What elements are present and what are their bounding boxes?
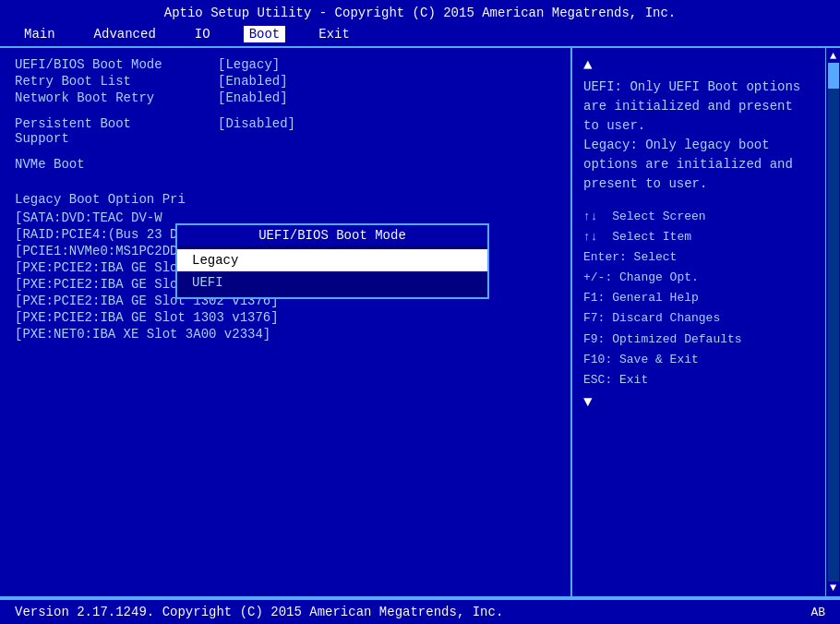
left-panel: UEFI/BIOS Boot Mode [Legacy] Retry Boot … (0, 48, 572, 596)
setting-value-uefi-bios: [Legacy] (218, 57, 280, 72)
shortcut-f10: F10: Save & Exit (583, 350, 816, 370)
nav-item-io[interactable]: IO (189, 26, 216, 42)
scrollbar[interactable]: ▲ ▼ (825, 48, 840, 596)
setting-label-network: Network Boot Retry (15, 90, 218, 105)
setting-row-network[interactable]: Network Boot Retry [Enabled] (15, 90, 561, 105)
title-bar: Aptio Setup Utility - Copyright (C) 2015… (0, 0, 840, 24)
scroll-track (828, 63, 839, 582)
boot-list-header: Legacy Boot Option Pri (15, 192, 561, 207)
setting-label-nvme: NVMe Boot (15, 157, 218, 172)
right-panel: ▲ UEFI: Only UEFI Boot options are initi… (572, 48, 825, 596)
nav-item-exit[interactable]: Exit (313, 26, 355, 42)
footer-badge: AB (810, 606, 825, 619)
footer: Version 2.17.1249. Copyright (C) 2015 Am… (0, 598, 840, 624)
main-content: UEFI/BIOS Boot Mode [Legacy] Retry Boot … (0, 46, 840, 598)
setting-value-retry: [Enabled] (218, 74, 288, 89)
dropdown-body: Legacy UEFI (175, 246, 489, 299)
setting-row-uefi-bios[interactable]: UEFI/BIOS Boot Mode [Legacy] (15, 57, 561, 72)
dropdown-title-text: UEFI/BIOS Boot Mode (258, 228, 406, 243)
nav-item-boot[interactable]: Boot (244, 26, 286, 42)
shortcut-f9: F9: Optimized Defaults (583, 330, 816, 350)
setting-value-persistent: [Disabled] (218, 116, 295, 146)
scroll-up-arrow[interactable]: ▲ (830, 50, 836, 63)
scroll-up-indicator: ▲ (583, 57, 816, 74)
setting-row-nvme[interactable]: NVMe Boot (15, 157, 561, 172)
setting-label-persistent: Persistent BootSupport (15, 116, 218, 146)
nav-item-advanced[interactable]: Advanced (89, 26, 162, 42)
dropdown-overlay: UEFI/BIOS Boot Mode Legacy UEFI (175, 223, 489, 299)
setting-label-retry: Retry Boot List (15, 74, 218, 89)
help-text: UEFI: Only UEFI Boot options are initial… (583, 78, 816, 194)
shortcuts: ↑↓ Select Screen ↑↓ Select Item Enter: S… (583, 207, 816, 390)
scroll-down-arrow[interactable]: ▼ (830, 582, 836, 594)
shortcut-f1: F1: General Help (583, 288, 816, 308)
shortcut-esc: ESC: Exit (583, 370, 816, 390)
dropdown-item-uefi[interactable]: UEFI (177, 271, 487, 294)
bios-screen: Aptio Setup Utility - Copyright (C) 2015… (0, 0, 840, 624)
title-text: Aptio Setup Utility - Copyright (C) 2015… (164, 6, 677, 20)
shortcut-item: ↑↓ Select Item (583, 227, 816, 247)
shortcut-enter: Enter: Select (583, 247, 816, 268)
setting-row-retry[interactable]: Retry Boot List [Enabled] (15, 74, 561, 89)
right-section: ▲ UEFI: Only UEFI Boot options are initi… (572, 48, 840, 596)
boot-list-item-7[interactable]: [PXE:PCIE2:IBA GE Slot 1303 v1376] (15, 310, 561, 325)
footer-text: Version 2.17.1249. Copyright (C) 2015 Am… (15, 605, 503, 619)
setting-row-persistent[interactable]: Persistent BootSupport [Disabled] (15, 116, 561, 146)
setting-label-uefi-bios: UEFI/BIOS Boot Mode (15, 57, 218, 72)
scroll-thumb (828, 63, 839, 89)
scroll-down-indicator: ▼ (583, 394, 816, 411)
shortcut-screen: ↑↓ Select Screen (583, 207, 816, 227)
dropdown-item-legacy[interactable]: Legacy (177, 249, 487, 271)
boot-list-item-8[interactable]: [PXE:NET0:IBA XE Slot 3A00 v2334] (15, 327, 561, 342)
nav-item-main[interactable]: Main (18, 26, 61, 42)
shortcut-f7: F7: Discard Changes (583, 308, 816, 329)
setting-value-network: [Enabled] (218, 90, 288, 105)
shortcut-change: +/-: Change Opt. (583, 268, 816, 288)
nav-bar: Main Advanced IO Boot Exit (0, 24, 840, 46)
dropdown-title: UEFI/BIOS Boot Mode (175, 223, 489, 246)
